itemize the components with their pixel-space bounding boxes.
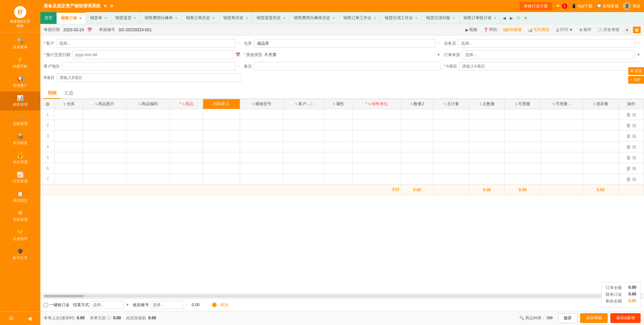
cell-2-main_unit[interactable]: [433, 120, 469, 131]
industry-plan-button[interactable]: 体验行业方案: [520, 2, 552, 10]
tab-9[interactable]: 销售订单工作台✕: [339, 12, 381, 24]
cell-4-spec[interactable]: [240, 141, 283, 152]
cell-3-main_unit[interactable]: [433, 131, 469, 141]
copy-row-btn[interactable]: ⊞: [632, 133, 636, 139]
print-button[interactable]: 🖨 打印 ▼: [554, 26, 575, 33]
copy-row-btn[interactable]: ⊞: [632, 166, 636, 171]
cell-7-action[interactable]: 🗑 ⊞: [618, 174, 644, 185]
app-download-button[interactable]: 📱 App下载: [571, 3, 593, 9]
date-picker-icon[interactable]: 📅: [87, 28, 92, 32]
tab-2[interactable]: 销货单✕: [86, 12, 111, 24]
cell-1-product[interactable]: [170, 109, 203, 120]
cell-5-scan[interactable]: [203, 152, 240, 163]
tab-close-all-button[interactable]: ✕: [522, 12, 529, 24]
cell-6-product_img[interactable]: [83, 163, 126, 174]
tab-7[interactable]: 销货退货历史✕: [253, 12, 290, 24]
sidebar-item-1[interactable]: ⚡快捷导航: [0, 53, 40, 72]
cell-6-available2[interactable]: [540, 163, 583, 174]
cell-5-available[interactable]: [505, 152, 540, 163]
view-button[interactable]: ▶ 视频: [464, 26, 479, 33]
cell-5-property[interactable]: [325, 152, 352, 163]
cell-4-sales_unit[interactable]: [352, 141, 401, 152]
history-button[interactable]: 🕐 历史单据: [596, 26, 621, 33]
cell-5-main_unit[interactable]: [433, 152, 469, 163]
cell-1-settings[interactable]: 1: [41, 109, 55, 120]
help-button[interactable]: ❓ 帮助: [482, 26, 499, 33]
cell-4-settings[interactable]: 4: [41, 141, 55, 152]
b-project-input[interactable]: [56, 73, 241, 82]
add-col-float-button[interactable]: + 加栏: [628, 76, 644, 84]
cell-5-warehouse[interactable]: [55, 152, 83, 163]
cell-6-warehouse[interactable]: [55, 163, 83, 174]
cell-5-product_code[interactable]: [126, 152, 169, 163]
cell-3-available2[interactable]: [540, 131, 583, 141]
cell-6-main_unit[interactable]: [433, 163, 469, 174]
account-more-icon[interactable]: ···: [185, 303, 188, 307]
tab-10[interactable]: 钱货日清工作台✕: [381, 12, 422, 24]
cell-2-product_img[interactable]: [83, 120, 126, 131]
profit-button[interactable]: 📊 毛利预估: [526, 26, 551, 33]
discard-button[interactable]: 放弃: [558, 313, 577, 323]
cell-6-product[interactable]: [170, 163, 203, 174]
sidebar-item-6[interactable]: 💰资金管理: [0, 149, 40, 168]
a-project-input[interactable]: [459, 62, 641, 71]
shortcut-button[interactable]: ⌨ 快捷键: [501, 26, 523, 33]
copy-row-btn[interactable]: ⊞: [632, 144, 636, 150]
tab-close-4[interactable]: ✕: [175, 16, 178, 20]
cell-3-product_img[interactable]: [83, 131, 126, 141]
tab-3[interactable]: 销货退货✕: [111, 12, 141, 24]
cell-7-available[interactable]: [505, 174, 540, 185]
cell-2-settings[interactable]: 2: [41, 120, 55, 131]
cell-4-main_qty[interactable]: [469, 141, 505, 152]
cell-6-spec[interactable]: [240, 163, 283, 174]
cell-3-main_qty[interactable]: [469, 131, 505, 141]
sidebar-item-11[interactable]: 🎓新手引导: [0, 245, 40, 264]
settings-icon[interactable]: ⚙: [9, 315, 13, 322]
cell-3-product[interactable]: [170, 131, 203, 141]
cell-7-main_qty[interactable]: [469, 174, 505, 185]
account-input[interactable]: [150, 301, 184, 309]
copy-row-btn[interactable]: ⊞: [632, 112, 636, 117]
cell-2-qty2[interactable]: [401, 120, 433, 131]
cell-5-product[interactable]: [170, 152, 203, 163]
col-header-settings[interactable]: ⚙: [41, 99, 55, 109]
cell-5-product_img[interactable]: [83, 152, 126, 163]
system-title-dropdown-icon[interactable]: ▼: [103, 4, 107, 8]
tab-close-2[interactable]: ✕: [104, 16, 107, 20]
salesperson-more-icon[interactable]: ···: [638, 41, 641, 45]
tab-4[interactable]: 销售费用分摊单✕: [141, 12, 182, 24]
scroll-bar-area[interactable]: [40, 293, 644, 298]
cell-7-product[interactable]: [170, 174, 203, 185]
cell-2-scan[interactable]: [203, 120, 240, 131]
settings-float-button[interactable]: ⚙ 设置: [628, 67, 644, 75]
sidebar-item-10[interactable]: 🤝企业协同: [0, 226, 40, 245]
cell-2-main_qty[interactable]: [469, 120, 505, 131]
tab-close-8[interactable]: ✕: [332, 16, 335, 20]
delete-row-btn[interactable]: 🗑: [626, 166, 631, 171]
cell-1-spec[interactable]: [240, 109, 283, 120]
tab-close-5[interactable]: ✕: [212, 16, 215, 20]
cell-4-qty2[interactable]: [401, 141, 433, 152]
cell-3-qty2[interactable]: [401, 131, 433, 141]
payment-dropdown-icon[interactable]: ▼: [125, 302, 129, 307]
cell-4-warehouse[interactable]: [55, 141, 83, 152]
cell-5-settings[interactable]: 5: [41, 152, 55, 163]
cell-4-product_code[interactable]: [126, 141, 169, 152]
delete-row-btn[interactable]: 🗑: [626, 133, 631, 139]
notification-button[interactable]: 🔔 9: [556, 3, 567, 9]
detail-tab-0[interactable]: 明细: [44, 88, 61, 99]
cell-4-scan[interactable]: [203, 141, 240, 152]
cell-1-available[interactable]: [505, 109, 540, 120]
delete-row-btn[interactable]: 🗑: [626, 155, 631, 160]
cell-4-product_img[interactable]: [83, 141, 126, 152]
cell-3-sales_unit[interactable]: [352, 131, 401, 141]
cell-6-customer_order[interactable]: [283, 163, 325, 174]
invoice-dropdown-icon[interactable]: ▼: [437, 52, 441, 57]
cell-1-customer_order[interactable]: [283, 109, 325, 120]
customer-addr-input[interactable]: [62, 62, 235, 71]
cell-6-main_qty[interactable]: [469, 163, 505, 174]
tab-11[interactable]: 钱货日清对账✕: [422, 12, 459, 24]
sidebar-item-9[interactable]: ⚙系统管理: [0, 206, 40, 226]
remark-input[interactable]: [254, 62, 441, 71]
tab-close-10[interactable]: ✕: [415, 16, 418, 20]
